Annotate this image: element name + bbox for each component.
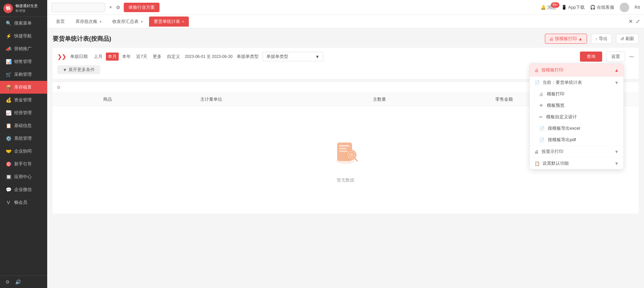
settings-button[interactable]: 设置 <box>606 51 625 62</box>
collab-icon: 🤝 <box>5 149 11 154</box>
window-maximize-icon[interactable]: ⤢ <box>636 18 640 25</box>
sidebar-item-quicknav[interactable]: ⚡ 快捷导航 <box>0 30 47 42</box>
date-current-month-btn[interactable]: 本月 <box>106 53 119 61</box>
type-select-arrow: ▼ <box>315 54 320 59</box>
sidebar-item-collab[interactable]: 🤝 企业协同 <box>0 145 47 158</box>
user-name[interactable]: Rit <box>635 5 640 10</box>
date-group: 上月 本月 本年 近7天 更多 自定义 2023-06-01 至 2023-06… <box>92 53 233 61</box>
tab-order-stats-close[interactable]: × <box>182 20 184 24</box>
sidebar-bottom: ⚙ 🔊 <box>0 276 47 288</box>
date-custom-btn[interactable]: 自定义 <box>165 53 182 61</box>
online-service-button[interactable]: 🎧 在线客服 <box>590 4 614 10</box>
print-template-button[interactable]: 🖨 按模板打印 ▲ <box>545 34 587 44</box>
tab-order-stats[interactable]: 要货单统计表 × <box>149 17 189 27</box>
finance-icon: 💰 <box>5 97 11 103</box>
query-button[interactable]: 查询 <box>580 52 602 62</box>
sidebar-item-system[interactable]: ⚙️ 系统管理 <box>0 132 47 145</box>
col-unit: 主计量单位 <box>196 93 369 106</box>
sidebar-item-label: 企业协同 <box>14 148 32 154</box>
dropdown-title-area: 🖨 按模板打印 <box>534 67 563 73</box>
sidebar-item-member[interactable]: V 畅会员 <box>0 196 47 209</box>
template-print-label: 模板打印 <box>547 91 564 97</box>
sidebar-item-label: 系统管理 <box>14 135 32 141</box>
window-close-icon[interactable]: ✕ <box>628 18 633 25</box>
sidebar-item-guide[interactable]: 🎯 新手引导 <box>0 158 47 170</box>
sidebar-item-operations[interactable]: 📈 经营管理 <box>0 106 47 119</box>
tab-receipt-summary-close[interactable]: × <box>141 20 143 24</box>
settings-icon[interactable]: ⚙ <box>5 279 10 285</box>
user-avatar[interactable] <box>620 3 629 12</box>
export-pdf-icon: 📄 <box>539 137 545 142</box>
sidebar-nav: ⚡ 快捷导航 📣 营销推广 📊 销售管理 🛒 采购管理 📦 库存核算 💰 资金管… <box>0 30 47 276</box>
svg-line-7 <box>355 158 357 161</box>
sidebar-item-basic[interactable]: 📋 基础信息 <box>0 119 47 132</box>
display-print-icon: 🖨 <box>534 149 539 154</box>
bell-icon: 🔔 <box>540 5 546 10</box>
sidebar-item-label: 采购管理 <box>14 71 32 77</box>
topbar-right-actions: 🔔 消息 99+ 📱 App下载 🎧 在线客服 Rit <box>540 3 640 12</box>
refresh-button[interactable]: ↺ 刷新 <box>616 34 639 44</box>
dropdown-template-print[interactable]: 🖨 模板打印 <box>530 88 623 100</box>
dropdown-display-print[interactable]: 🖨 按显示打印 ▼ <box>530 146 623 157</box>
sales-icon: 📊 <box>5 59 11 64</box>
date-last-month-btn[interactable]: 上月 <box>92 53 105 61</box>
sidebar-item-label: 应用中心 <box>14 174 32 180</box>
date-more-btn[interactable]: 更多 <box>151 53 164 61</box>
main-area: ▼ ⚙ 体验行业方案 🔔 消息 99+ 📱 App下载 🎧 在线客服 Rit 首… <box>47 0 644 288</box>
app-version: 标准版 <box>16 8 38 13</box>
dropdown-export-excel[interactable]: 📄 按模板导出excel <box>530 123 623 134</box>
dropdown-collapse-icon[interactable]: ▲ <box>614 68 619 73</box>
tab-batch-accounts[interactable]: 库存批次账 × <box>71 17 106 27</box>
date-current-year-btn[interactable]: 本年 <box>120 53 133 61</box>
window-controls: ✕ ⤢ <box>628 18 640 25</box>
export-btn-label: 导出 <box>599 36 608 42</box>
tab-batch-accounts-close[interactable]: × <box>99 20 101 24</box>
print-icon: 🖨 <box>549 36 554 41</box>
sidebar-item-wechat[interactable]: 💬 企业微信 <box>0 183 47 196</box>
sidebar-item-finance[interactable]: 💰 资金管理 <box>0 94 47 106</box>
tab-receipt-summary-label: 收发存汇总表 <box>112 19 139 25</box>
topbar-search-input[interactable] <box>51 3 105 12</box>
sidebar-item-label: 畅会员 <box>14 199 27 205</box>
topbar-gear-icon[interactable]: ⚙ <box>116 5 120 10</box>
dropdown-current-item[interactable]: 📄 当前：要货单统计表 ▼ <box>530 76 623 88</box>
app-download-label: App下载 <box>568 4 585 10</box>
app-download-button[interactable]: 📱 App下载 <box>561 4 585 10</box>
sidebar-item-appstore[interactable]: 🔲 应用中心 <box>0 170 47 183</box>
dropdown-default-func[interactable]: 📋 设置默认功能 ▼ <box>530 157 623 169</box>
dropdown-template-design[interactable]: ✏ 模板自定义设计 <box>530 111 623 123</box>
more-options-icon[interactable]: ••• <box>629 54 634 59</box>
template-preview-icon: 👁 <box>539 103 544 108</box>
page-title: 要货单统计表(按商品) <box>53 35 111 43</box>
dropdown-template-preview[interactable]: 👁 模板预览 <box>530 100 623 111</box>
operations-icon: 📈 <box>5 110 11 116</box>
display-print-label: 按显示打印 <box>541 149 563 155</box>
appstore-icon: 🔲 <box>5 174 11 180</box>
date-last7days-btn[interactable]: 近7天 <box>134 53 149 61</box>
filter-toggle-icon[interactable]: ❯❯ <box>57 54 66 60</box>
sidebar-item-sales[interactable]: 📊 销售管理 <box>0 55 47 68</box>
messages-badge: 99+ <box>551 2 559 8</box>
export-pdf-label: 按模板导出pdf <box>548 137 576 143</box>
tab-receipt-summary[interactable]: 收发存汇总表 × <box>108 17 147 27</box>
dropdown-export-pdf[interactable]: 📄 按模板导出pdf <box>530 134 623 146</box>
dropdown-header[interactable]: 🖨 按模板打印 ▲ <box>530 64 623 76</box>
sidebar-search-label: 搜索菜单 <box>14 20 32 26</box>
template-design-icon: ✏ <box>539 115 543 120</box>
sidebar-item-marketing[interactable]: 📣 营销推广 <box>0 42 47 55</box>
sound-icon[interactable]: 🔊 <box>15 279 21 285</box>
type-select[interactable]: 单据单类型 ▼ <box>263 52 323 61</box>
trial-industry-button[interactable]: 体验行业方案 <box>124 3 159 12</box>
tab-home[interactable]: 首页 <box>51 17 69 27</box>
dropdown-current-label: 当前：要货单统计表 <box>543 79 582 86</box>
sidebar-item-inventory[interactable]: 📦 库存核算 <box>0 81 47 94</box>
sidebar-item-purchase[interactable]: 🛒 采购管理 <box>0 68 47 81</box>
export-button[interactable]: ↑ 导出 <box>591 34 612 44</box>
expand-conditions-btn[interactable]: ▼ 展开更多条件 <box>57 65 100 74</box>
messages-button[interactable]: 🔔 消息 99+ <box>540 4 556 10</box>
dropdown-title: 按模板打印 <box>541 67 563 73</box>
sidebar-search[interactable]: 🔍 搜索菜单 <box>0 17 47 30</box>
column-settings-icon[interactable]: ⚙ <box>57 85 61 90</box>
default-func-label: 设置默认功能 <box>543 160 569 166</box>
topbar-dropdown-arrow[interactable]: ▼ <box>109 5 113 10</box>
